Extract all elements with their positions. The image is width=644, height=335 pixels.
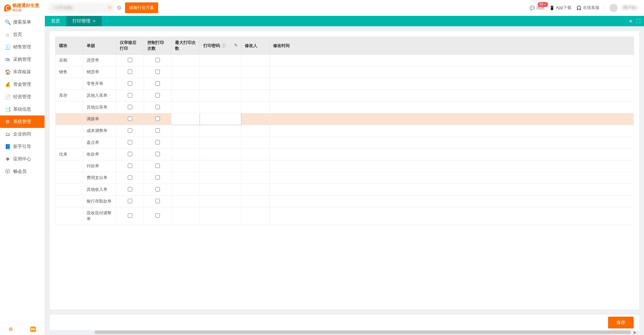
chevron-down-icon xyxy=(108,7,111,9)
app-download-button[interactable]: 📱 App下载 xyxy=(549,5,571,11)
tab-1[interactable]: 打印管理✕ xyxy=(66,16,102,26)
cell-audit-only xyxy=(116,137,144,149)
limit-count-checkbox[interactable] xyxy=(155,117,160,121)
logo-icon xyxy=(4,4,11,11)
scrollbar-thumb[interactable] xyxy=(95,331,631,334)
audit-only-checkbox[interactable] xyxy=(128,58,132,62)
cell-modify-time xyxy=(270,113,634,125)
sidebar-item-9[interactable]: 🗂企业协同 xyxy=(0,128,45,140)
cell-doc: 费用支出单 xyxy=(83,172,116,184)
fullscreen-icon[interactable]: ⛶ xyxy=(636,19,641,24)
brand-logo[interactable]: 畅捷通好生意 精品版 xyxy=(4,3,45,12)
sidebar-item-3[interactable]: 🛍采购管理 xyxy=(0,53,45,66)
close-all-tabs-icon[interactable]: ✕ xyxy=(629,19,633,24)
scroll-right-icon[interactable]: ▶ xyxy=(634,330,636,335)
sidebar-item-1[interactable]: ⌂首页 xyxy=(0,28,45,41)
audit-only-checkbox[interactable] xyxy=(128,128,132,133)
limit-count-checkbox[interactable] xyxy=(155,152,160,156)
cell-audit-only xyxy=(116,125,144,137)
sidebar-item-label: 库存核算 xyxy=(13,69,31,75)
sidebar-item-10[interactable]: 📘新手引导 xyxy=(0,140,45,153)
cell-max-count xyxy=(172,196,200,207)
sidebar-item-12[interactable]: Ⓥ畅会员 xyxy=(0,165,45,178)
sidebar-item-icon: 📘 xyxy=(5,144,10,149)
save-button[interactable]: 保存 xyxy=(608,317,634,328)
sidebar-item-label: 基础信息 xyxy=(13,106,31,112)
sidebar-item-icon: Ⓥ xyxy=(5,168,10,175)
audit-only-checkbox[interactable] xyxy=(128,164,132,168)
limit-count-checkbox[interactable] xyxy=(155,199,160,203)
collapse-icon[interactable]: ⏩ xyxy=(30,326,36,332)
limit-count-checkbox[interactable] xyxy=(155,140,160,145)
cell-max-count xyxy=(172,172,200,184)
limit-count-checkbox[interactable] xyxy=(155,187,160,192)
cell-password xyxy=(200,137,241,149)
audit-only-checkbox[interactable] xyxy=(128,152,132,156)
audit-only-checkbox[interactable] xyxy=(128,199,132,203)
online-service-button[interactable]: 🎧 在线客服 xyxy=(576,5,599,11)
limit-count-checkbox[interactable] xyxy=(155,164,160,168)
limit-count-checkbox[interactable] xyxy=(155,93,160,97)
audit-only-checkbox[interactable] xyxy=(128,175,132,180)
sidebar-item-0[interactable]: 🔍搜索菜单 xyxy=(0,16,45,28)
audit-only-checkbox[interactable] xyxy=(128,81,132,86)
cell-module xyxy=(56,78,83,90)
cell-limit-count xyxy=(144,90,172,102)
table-row: 付款单 xyxy=(56,160,634,172)
company-name: （公司名称） xyxy=(51,5,76,11)
audit-only-checkbox[interactable] xyxy=(128,117,132,121)
cell-module: 销售 xyxy=(56,66,83,78)
cell-max-count[interactable] xyxy=(172,113,200,125)
audit-only-checkbox[interactable] xyxy=(128,187,132,192)
tab-close-icon[interactable]: ✕ xyxy=(93,19,96,24)
limit-count-checkbox[interactable] xyxy=(155,69,160,74)
gear-icon[interactable]: ⚙ xyxy=(117,4,122,11)
divider xyxy=(604,5,605,11)
industry-plan-button[interactable]: 体验行业方案 xyxy=(125,2,158,13)
sidebar-item-icon: ⌂ xyxy=(5,32,10,37)
company-select[interactable]: （公司名称） xyxy=(48,3,114,13)
limit-count-checkbox[interactable] xyxy=(155,105,160,109)
tab-strip: 首页打印管理✕ ✕ ⛶ xyxy=(45,16,644,26)
cell-password xyxy=(200,90,241,102)
audit-only-checkbox[interactable] xyxy=(128,140,132,145)
sidebar-item-7[interactable]: 📑基础信息 xyxy=(0,103,45,115)
cell-modify-time xyxy=(270,149,634,160)
password-input[interactable] xyxy=(200,113,241,125)
sidebar-item-2[interactable]: 🧾销售管理 xyxy=(0,41,45,53)
audit-only-checkbox[interactable] xyxy=(128,105,132,109)
sidebar-item-4[interactable]: 🏠库存核算 xyxy=(0,66,45,78)
settings-icon[interactable]: ⚙ xyxy=(9,326,13,332)
username: （用户名） xyxy=(619,5,640,11)
max-count-input[interactable] xyxy=(172,113,200,125)
tab-0[interactable]: 首页 xyxy=(45,16,66,26)
audit-only-checkbox[interactable] xyxy=(128,93,132,97)
sidebar-item-icon: 🔍 xyxy=(5,19,10,25)
audit-only-checkbox[interactable] xyxy=(128,213,132,218)
cell-module xyxy=(56,196,83,207)
cell-limit-count xyxy=(144,125,172,137)
online-service-label: 在线客服 xyxy=(583,5,599,11)
limit-count-checkbox[interactable] xyxy=(155,213,160,218)
sidebar-item-11[interactable]: ❖应用中心 xyxy=(0,153,45,165)
limit-count-checkbox[interactable] xyxy=(155,128,160,133)
table-row: 成本调整单 xyxy=(56,125,634,137)
messages-button[interactable]: 💬 消息 99 + xyxy=(530,5,545,11)
sidebar-item-6[interactable]: 📄经营管理 xyxy=(0,91,45,103)
edit-column-icon[interactable]: ✎ xyxy=(234,43,238,48)
sidebar-item-8[interactable]: ⚙系统管理 xyxy=(0,115,45,128)
cell-audit-only xyxy=(116,184,144,196)
tab-label: 打印管理 xyxy=(73,18,90,24)
user-menu[interactable]: （用户名） xyxy=(609,4,640,12)
audit-only-checkbox[interactable] xyxy=(128,69,132,74)
th-audit-only: 仅审核后打印 xyxy=(116,37,144,55)
limit-count-checkbox[interactable] xyxy=(155,81,160,86)
cell-password[interactable] xyxy=(200,113,241,125)
limit-count-checkbox[interactable] xyxy=(155,175,160,180)
help-icon[interactable]: ⓘ xyxy=(222,43,226,48)
limit-count-checkbox[interactable] xyxy=(155,58,160,62)
cell-modify-time xyxy=(270,160,634,172)
table-row: 盘点单 xyxy=(56,137,634,149)
sidebar-item-5[interactable]: 💰资金管理 xyxy=(0,78,45,91)
horizontal-scrollbar[interactable]: ▶ xyxy=(95,331,638,334)
